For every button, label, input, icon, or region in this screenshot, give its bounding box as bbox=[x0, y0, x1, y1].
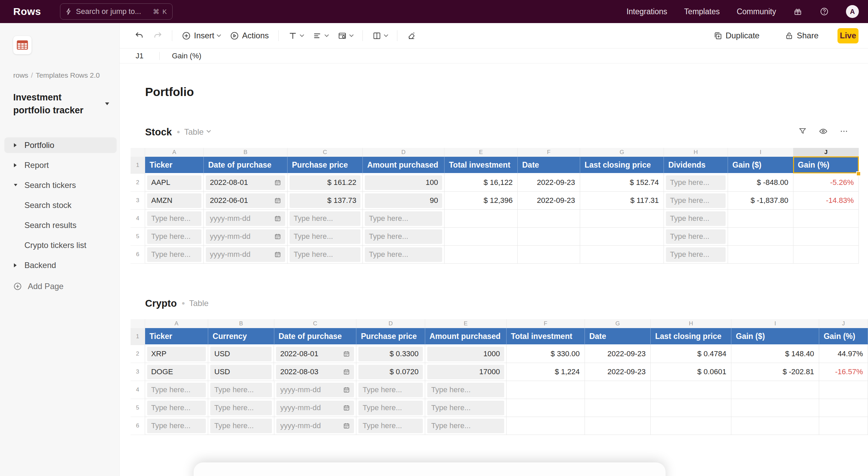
header-cell[interactable]: Total investment bbox=[507, 328, 585, 345]
column-letter-I[interactable]: I bbox=[731, 319, 819, 328]
sidebar-item-backend[interactable]: Backend bbox=[4, 258, 117, 273]
column-letter-C[interactable]: C bbox=[274, 319, 357, 328]
crypto-table-type[interactable]: Table bbox=[189, 299, 209, 308]
cell[interactable] bbox=[518, 210, 580, 228]
cell[interactable]: $ 161.22 bbox=[288, 174, 363, 192]
cell[interactable]: Type here... bbox=[425, 417, 507, 435]
eye-icon[interactable] bbox=[818, 127, 828, 136]
column-letter-H[interactable]: H bbox=[664, 148, 728, 157]
cell[interactable]: $ 0.0720 bbox=[356, 363, 425, 381]
header-cell[interactable]: Last closing price bbox=[651, 328, 731, 345]
cell[interactable]: 2022-09-23 bbox=[585, 363, 651, 381]
column-letter-D[interactable]: D bbox=[356, 319, 425, 328]
cell[interactable]: $ 0.0601 bbox=[651, 363, 731, 381]
cell-reference-box[interactable]: J1 bbox=[120, 52, 159, 60]
cell[interactable]: -16.57% bbox=[819, 363, 868, 381]
row-number[interactable]: 3 bbox=[131, 192, 145, 210]
column-letter-J[interactable]: J bbox=[793, 148, 859, 157]
cell[interactable] bbox=[819, 417, 868, 435]
cell[interactable]: -14.83% bbox=[793, 192, 859, 210]
nav-integrations[interactable]: Integrations bbox=[627, 7, 667, 16]
cell[interactable]: Type here... bbox=[208, 417, 274, 435]
stock-table-type-dropdown[interactable]: Table bbox=[184, 127, 210, 137]
cell[interactable]: $ 0.3300 bbox=[356, 345, 425, 363]
share-button[interactable]: Share bbox=[781, 28, 822, 43]
cell[interactable] bbox=[518, 228, 580, 246]
header-cell[interactable]: Dividends bbox=[664, 157, 728, 174]
cell[interactable]: Type here... bbox=[145, 381, 208, 399]
header-cell[interactable]: Total investment bbox=[445, 157, 518, 174]
cell[interactable]: Type here... bbox=[145, 228, 204, 246]
cell[interactable] bbox=[651, 399, 731, 417]
cell[interactable]: Type here... bbox=[664, 246, 728, 264]
header-cell[interactable]: Purchase price bbox=[288, 157, 363, 174]
cell[interactable]: 90 bbox=[363, 192, 445, 210]
sidebar-item-crypto-tickers-list[interactable]: Crypto tickers list bbox=[4, 237, 117, 253]
column-letter-D[interactable]: D bbox=[363, 148, 445, 157]
cell[interactable] bbox=[731, 381, 819, 399]
column-letter-H[interactable]: H bbox=[651, 319, 731, 328]
cell[interactable]: $ 152.74 bbox=[580, 174, 664, 192]
row-number[interactable]: 6 bbox=[131, 417, 145, 435]
cell[interactable] bbox=[585, 381, 651, 399]
cell[interactable]: $ 1,224 bbox=[507, 363, 585, 381]
text-format-button[interactable] bbox=[285, 28, 307, 43]
cell[interactable] bbox=[518, 246, 580, 264]
cell[interactable]: 2022-08-03 bbox=[274, 363, 356, 381]
cell[interactable] bbox=[651, 381, 731, 399]
column-letter-F[interactable]: F bbox=[518, 148, 580, 157]
header-cell[interactable]: Gain (%) bbox=[819, 328, 868, 345]
cell[interactable]: 2022-06-01 bbox=[204, 192, 288, 210]
sidebar-item-search-tickers[interactable]: Search tickers bbox=[4, 177, 117, 193]
cell[interactable]: Type here... bbox=[664, 192, 728, 210]
cell[interactable]: Type here... bbox=[425, 399, 507, 417]
column-letter-J[interactable]: J bbox=[819, 319, 868, 328]
sidebar-item-search-stock[interactable]: Search stock bbox=[4, 197, 117, 213]
cell[interactable] bbox=[728, 246, 793, 264]
cell[interactable]: Type here... bbox=[664, 174, 728, 192]
cell[interactable] bbox=[445, 210, 518, 228]
sidebar-item-report[interactable]: Report bbox=[4, 157, 117, 173]
row-number[interactable]: 3 bbox=[131, 363, 145, 381]
cell[interactable] bbox=[793, 210, 859, 228]
add-page-button[interactable]: Add Page bbox=[4, 279, 119, 294]
cell[interactable]: yyyy-mm-dd bbox=[274, 381, 357, 399]
cell[interactable] bbox=[580, 246, 664, 264]
borders-button[interactable] bbox=[369, 28, 391, 43]
cell[interactable]: yyyy-mm-dd bbox=[274, 417, 357, 435]
cell[interactable]: AAPL bbox=[145, 174, 204, 192]
header-cell[interactable]: Amount purchased bbox=[363, 157, 445, 174]
header-cell[interactable]: Gain ($) bbox=[728, 157, 793, 174]
cell[interactable]: DOGE bbox=[145, 363, 208, 381]
avatar[interactable]: A bbox=[846, 5, 859, 18]
corner-cell[interactable] bbox=[131, 319, 145, 328]
cell[interactable] bbox=[445, 246, 518, 264]
cell[interactable]: Type here... bbox=[356, 381, 425, 399]
column-letter-A[interactable]: A bbox=[145, 319, 208, 328]
row-number[interactable]: 4 bbox=[131, 381, 145, 399]
cell[interactable]: 44.97% bbox=[819, 345, 868, 363]
cell[interactable]: 17000 bbox=[425, 363, 507, 381]
header-cell[interactable]: Date of purchase bbox=[204, 157, 288, 174]
cell[interactable] bbox=[728, 210, 793, 228]
sidebar-item-portfolio[interactable]: Portfolio bbox=[4, 137, 117, 153]
row-number[interactable]: 6 bbox=[131, 246, 145, 264]
cell[interactable]: AMZN bbox=[145, 192, 204, 210]
cell[interactable]: 2022-08-01 bbox=[274, 345, 356, 363]
column-letter-C[interactable]: C bbox=[288, 148, 363, 157]
cell[interactable] bbox=[819, 381, 868, 399]
rows-logo[interactable]: Rows bbox=[13, 6, 41, 17]
row-number[interactable]: 2 bbox=[131, 345, 145, 363]
cell[interactable] bbox=[445, 228, 518, 246]
column-letter-F[interactable]: F bbox=[507, 319, 585, 328]
header-cell[interactable]: Gain (%) bbox=[793, 157, 859, 174]
spreadsheet-app-icon[interactable] bbox=[13, 36, 32, 54]
help-icon[interactable] bbox=[820, 7, 829, 16]
column-letter-A[interactable]: A bbox=[145, 148, 204, 157]
cell[interactable]: $ 0.4784 bbox=[651, 345, 731, 363]
cell[interactable] bbox=[819, 399, 868, 417]
workbook-title-dropdown[interactable]: Investment portfolio tracker bbox=[13, 91, 115, 117]
cell[interactable]: 2022-09-23 bbox=[518, 174, 580, 192]
cell[interactable]: yyyy-mm-dd bbox=[204, 228, 288, 246]
row-number[interactable]: 1 bbox=[131, 328, 145, 345]
